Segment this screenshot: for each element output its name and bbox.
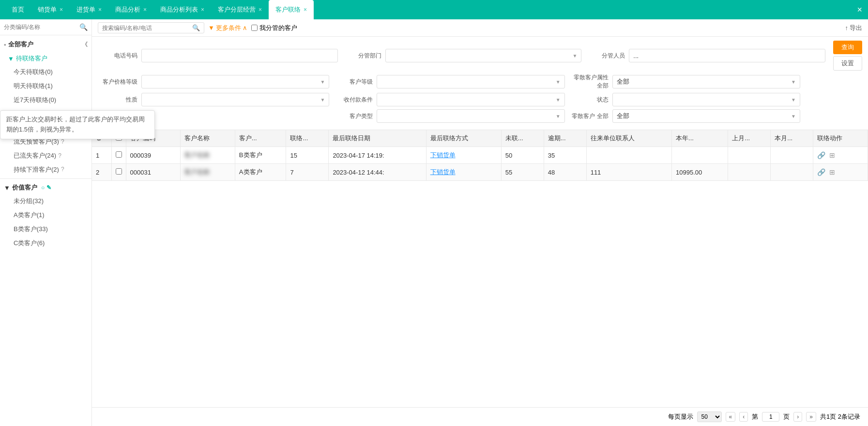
th-contact[interactable]: 联络...: [286, 130, 329, 147]
th-last-contact-method[interactable]: 最后联络方式: [426, 130, 501, 147]
td-contact-1: 15: [286, 147, 329, 164]
filter-customer-level-input[interactable]: ▼: [377, 75, 564, 88]
td-unread-2: 55: [501, 164, 544, 181]
sidebar-item-ungroup[interactable]: 未分组(32): [0, 194, 91, 208]
first-page-btn[interactable]: «: [726, 412, 736, 422]
filter-nature-input[interactable]: ▼: [141, 93, 329, 106]
td-overdue-1: 35: [544, 147, 586, 164]
row-1-grid-icon[interactable]: ⊞: [829, 151, 835, 159]
table-body: 1 000039 客户名称 B类客户 15 2023-04-17 14:19: …: [92, 147, 868, 181]
filter-payment-input[interactable]: ▼: [377, 93, 564, 106]
nav-analysis-close[interactable]: ×: [143, 6, 147, 13]
sidebar-item-today[interactable]: 今天待联络(0): [0, 65, 91, 79]
filter-scattered-attr-input[interactable]: 全部 ▼: [612, 75, 800, 88]
th-unread[interactable]: 未联...: [501, 130, 544, 147]
filter-price-level-cell: 客户价格等级 ▼: [98, 75, 329, 88]
prev-page-btn[interactable]: ‹: [739, 412, 748, 422]
filter-payment-cell: 收付款条件 ▼: [333, 93, 564, 106]
td-contact-2: 7: [286, 164, 329, 181]
nav-customer-contact[interactable]: 客户联络 ×: [269, 0, 314, 19]
export-btn[interactable]: ↑ 导出: [845, 24, 863, 32]
nav-analysis-list-label: 商品分析列表: [160, 5, 198, 14]
nav-analysis-list-close[interactable]: ×: [201, 6, 204, 13]
export-label: 导出: [850, 24, 862, 32]
sidebar-search-icon[interactable]: 🔍: [79, 23, 88, 31]
filter-payment-label: 收付款条件: [333, 96, 377, 104]
nav-customer-tier-close[interactable]: ×: [259, 6, 262, 13]
last-method-link-1[interactable]: 下销货单: [430, 151, 456, 159]
filter-price-level-input[interactable]: ▼: [141, 75, 329, 88]
filter-scattered-attr-label: 零散客户属性 全部: [569, 73, 612, 90]
nav-home[interactable]: 首页: [5, 0, 31, 19]
filter-search-icon[interactable]: 🔍: [192, 24, 200, 31]
sidebar-item-class-a[interactable]: A类客户(1): [0, 208, 91, 222]
filter-manager-input[interactable]: ...: [629, 49, 825, 62]
sidebar-item-class-c[interactable]: C类客户(6): [0, 236, 91, 250]
value-group-label: 价值客户: [12, 183, 37, 192]
sidebar-value-group[interactable]: ▼ 价值客户 ○ ✎: [0, 181, 91, 194]
window-close-btn[interactable]: ×: [857, 5, 862, 15]
filter-more-btn[interactable]: ▼ 更多条件 ∧: [208, 24, 247, 32]
th-name[interactable]: 客户名称: [181, 130, 235, 147]
nav-purchase[interactable]: 进货单 ×: [70, 0, 108, 19]
nav-analysis[interactable]: 商品分析 ×: [108, 0, 153, 19]
th-this-year[interactable]: 本年...: [672, 130, 728, 147]
td-actions-2: 🔗 ⊞: [813, 164, 868, 181]
tooltip-box: 距客户上次交易时长，超过了此客户的平均交易周期的1.5倍，则视为异常。: [92, 110, 155, 139]
last-page-btn[interactable]: »: [806, 412, 816, 422]
main-layout: 🔍 ▪ 全部客户 《 ▼ 待联络客户 今天待联络(0) 明天待联络(1) 近7天…: [0, 19, 868, 426]
th-last-contact-date[interactable]: 最后联络日期: [329, 130, 426, 147]
filter-phone-input[interactable]: [141, 49, 338, 62]
next-page-btn[interactable]: ›: [793, 412, 802, 422]
nav-sales[interactable]: 销货单 ×: [31, 0, 70, 19]
filter-status-input[interactable]: ▼: [612, 93, 800, 106]
nav-sales-close[interactable]: ×: [60, 6, 63, 13]
filter-search-input[interactable]: [102, 25, 192, 31]
last-method-link-2[interactable]: 下销货单: [430, 168, 456, 176]
declining-help-icon[interactable]: ?: [61, 165, 64, 174]
my-customers-checkbox[interactable]: [251, 25, 258, 31]
value-group-edit-icon[interactable]: ○: [41, 184, 45, 191]
sidebar-pending-group[interactable]: ▼ 待联络客户: [0, 52, 91, 65]
sidebar-item-class-a-label: A类客户(1): [14, 211, 45, 219]
sidebar-item-class-b[interactable]: B类客户(33): [0, 222, 91, 236]
nav-customer-contact-close[interactable]: ×: [304, 6, 307, 13]
th-last-contact-date-label: 最后联络日期: [333, 134, 370, 142]
nav-analysis-list[interactable]: 商品分析列表 ×: [153, 0, 211, 19]
nav-customer-tier[interactable]: 客户分层经营 ×: [211, 0, 269, 19]
table-wrap[interactable]: ⚙ 客户编码 客户名称 客户...: [92, 130, 868, 407]
query-button[interactable]: 查询: [833, 41, 862, 54]
sidebar-item-declining-label: 持续下滑客户(2): [14, 165, 59, 175]
filter-scattered-input[interactable]: 全部 ▼: [612, 109, 800, 123]
sidebar: 🔍 ▪ 全部客户 《 ▼ 待联络客户 今天待联络(0) 明天待联络(1) 近7天…: [0, 19, 92, 426]
page-number-input[interactable]: [762, 412, 779, 422]
row-2-link-icon[interactable]: 🔗: [817, 168, 825, 176]
value-group-add-icon[interactable]: ✎: [46, 184, 51, 191]
sidebar-search-input[interactable]: [4, 24, 79, 30]
filter-customer-type-input[interactable]: ▼: [377, 109, 564, 123]
sidebar-item-churned[interactable]: 已流失客户(24) ?: [0, 149, 91, 163]
sidebar-item-declining[interactable]: 持续下滑客户(2) ?: [0, 163, 91, 177]
th-this-month[interactable]: 本月...: [771, 130, 813, 147]
th-unit-contact[interactable]: 往来单位联系人: [586, 130, 671, 147]
sidebar-collapse-btn[interactable]: 《: [82, 41, 88, 49]
th-customer-type[interactable]: 客户...: [235, 130, 286, 147]
filter-row-4: ··· 客户类型 ▼ 零散客户 全部 全部 ▼: [98, 109, 862, 123]
row-2-grid-icon[interactable]: ⊞: [829, 168, 835, 176]
churned-help-icon[interactable]: ?: [58, 151, 61, 161]
nav-purchase-close[interactable]: ×: [98, 6, 102, 13]
row-2-checkbox[interactable]: [116, 168, 122, 175]
data-table: ⚙ 客户编码 客户名称 客户...: [92, 130, 868, 181]
th-overdue[interactable]: 逾期...: [544, 130, 586, 147]
sidebar-item-7days[interactable]: 近7天待联络(0): [0, 93, 91, 107]
filter-more-label: 更多条件: [216, 24, 241, 32]
filter-dept-input[interactable]: ▼: [385, 49, 582, 62]
value-group-arrow: ▼: [4, 184, 10, 191]
sidebar-item-tomorrow[interactable]: 明天待联络(1): [0, 79, 91, 93]
filter-nature-cell: 性质 ▼: [98, 93, 329, 106]
per-page-select[interactable]: 20 50 100: [697, 411, 722, 422]
th-last-month[interactable]: 上月...: [728, 130, 771, 147]
row-1-checkbox[interactable]: [116, 151, 122, 158]
set-button[interactable]: 设置: [833, 56, 862, 71]
row-1-link-icon[interactable]: 🔗: [817, 151, 825, 159]
